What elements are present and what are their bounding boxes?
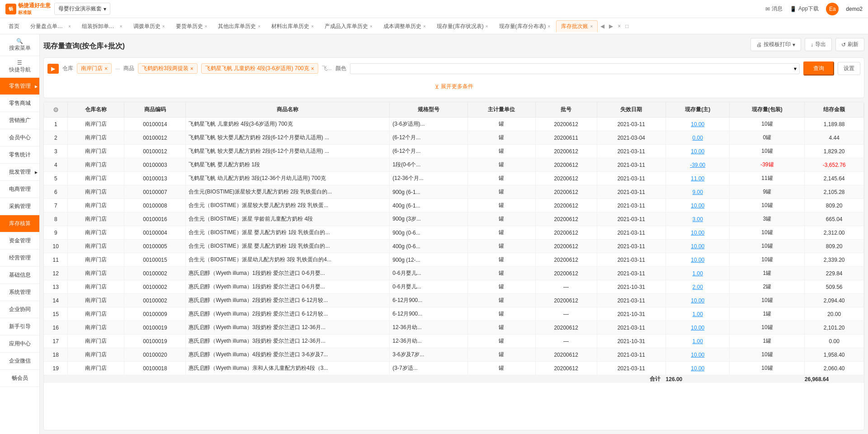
row-qty-main[interactable]: 10.00 (666, 294, 730, 307)
expand-more-btn[interactable]: ⊻ 展开更多条件 (431, 81, 477, 92)
sidebar-item-operations[interactable]: 经营管理 (0, 250, 39, 267)
tab-close-2[interactable]: × (120, 24, 123, 29)
setting-btn[interactable]: 设置 (838, 62, 860, 75)
row-code: 00100008 (124, 199, 186, 212)
sidebar-item-inventory[interactable]: 库存核算 (0, 215, 39, 232)
sidebar-item-system[interactable]: 系统管理 (0, 284, 39, 301)
sidebar-item-basic[interactable]: 基础信息 (0, 267, 39, 284)
tab-6[interactable]: 材料出库单历史 × (266, 20, 319, 32)
refresh-btn[interactable]: ↺ 刷新 (835, 38, 864, 51)
tabbar: 首页 分量盘点单历史 × 组装拆卸单历史 × 调拨单历史 × 要货单历史 × 其… (0, 18, 868, 34)
row-qty-pkg: -39罐 (730, 158, 805, 172)
sidebar-nav[interactable]: ☰ 快捷导航 (0, 56, 39, 78)
sidebar-item-finance[interactable]: 资金管理 (0, 232, 39, 250)
tab-close-11[interactable]: × (590, 24, 593, 29)
tab-close-10[interactable]: × (548, 24, 551, 29)
product-filter-label: 商品 (123, 65, 134, 72)
row-qty-main[interactable]: 11.00 (666, 172, 730, 185)
row-qty-main[interactable]: 10.00 (666, 362, 730, 375)
row-qty-main[interactable]: 1.00 (666, 335, 730, 348)
col-settings[interactable]: ⚙ (44, 102, 68, 118)
print-btn[interactable]: 🖨 按模板打印 ▾ (750, 38, 801, 51)
sidebar-item-guide[interactable]: 新手引导 (0, 318, 39, 335)
product-filter-close-1[interactable]: × (311, 66, 314, 72)
tab-close-6[interactable]: × (311, 24, 314, 29)
row-qty-main[interactable]: 1.00 (666, 267, 730, 280)
warehouse-filter-dots[interactable]: ··· (115, 66, 120, 72)
row-qty-main[interactable]: 10.00 (666, 118, 730, 131)
sidebar-item-wholesale[interactable]: 批发管理 ▶ (0, 164, 39, 181)
query-btn[interactable]: 查询 (803, 61, 834, 75)
message-btn[interactable]: ✉ 消息 (765, 5, 783, 13)
sidebar-search[interactable]: 🔍 搜索菜单 (0, 34, 39, 56)
tab-close-9[interactable]: × (486, 24, 488, 29)
row-qty-main[interactable]: 1.00 (666, 307, 730, 321)
tab-close-4[interactable]: × (205, 24, 208, 29)
sidebar-item-app-center[interactable]: 应用中心 (0, 335, 39, 353)
row-no: 18 (44, 348, 68, 362)
product-filter-more[interactable]: 飞... (322, 65, 332, 72)
row-qty-main[interactable]: 10.00 (666, 321, 730, 335)
tab-close-3[interactable]: × (162, 24, 165, 29)
app-download-btn[interactable]: 📱 App下载 (790, 5, 819, 13)
row-qty-main[interactable]: -39.00 (666, 158, 730, 172)
tab-maximize[interactable]: □ (623, 22, 630, 30)
sidebar-item-member-plus[interactable]: 畅会员 (0, 370, 39, 387)
tab-3[interactable]: 调拨单历史 × (128, 20, 170, 32)
tab-7[interactable]: 产成品入库单历史 × (320, 20, 377, 32)
row-qty-main[interactable]: 10.00 (666, 348, 730, 362)
sidebar-item-enterprise-wechat[interactable]: 企业微信 (0, 353, 39, 370)
refresh-label: 刷新 (848, 41, 859, 48)
product-filter-tag-1[interactable]: 飞鹤星飞帆 儿童奶粉 4段(3-6岁适用) 700克 × (201, 63, 318, 74)
tab-11[interactable]: 库存批次账 × (556, 20, 598, 32)
tab-close-5[interactable]: × (258, 24, 260, 29)
warehouse-filter-label: 仓库 (62, 65, 73, 72)
row-spec: 12-36月幼... (390, 335, 468, 348)
row-qty-main[interactable]: 10.00 (666, 240, 730, 253)
tab-10[interactable]: 现存量(库存分布表) × (494, 20, 556, 32)
sidebar-item-member[interactable]: 会员中心 (0, 129, 39, 146)
tab-4[interactable]: 要货单历史 × (171, 20, 212, 32)
sidebar-item-purchase[interactable]: 采购管理 (0, 198, 39, 215)
sidebar-item-retail-stats[interactable]: 零售统计 (0, 146, 39, 164)
sidebar-item-finance-label: 资金管理 (3, 237, 37, 245)
tab-close-1[interactable]: × (68, 24, 71, 29)
sidebar-item-marketing[interactable]: 营销推广 (0, 112, 39, 129)
tab-close-all[interactable]: × (616, 22, 623, 30)
row-qty-main[interactable]: 3.00 (666, 212, 730, 226)
row-qty-main[interactable]: 10.00 (666, 199, 730, 212)
sidebar-item-guide-label: 新手引导 (3, 323, 37, 330)
row-qty-main[interactable]: 9.00 (666, 185, 730, 199)
tab-close-7[interactable]: × (370, 24, 373, 29)
sidebar-item-enterprise[interactable]: 企业协同 (0, 301, 39, 318)
export-btn[interactable]: ↓ 导出 (805, 38, 832, 51)
filter-expand-btn[interactable]: ▶ (47, 64, 59, 74)
tab-9[interactable]: 现存量(库存状况表) × (432, 20, 493, 32)
row-code: 00100020 (124, 348, 186, 362)
product-filter-tag-0[interactable]: 飞鹤奶粉3段两提装 × (138, 63, 198, 74)
sidebar-item-retail[interactable]: 零售管理 ▶ (0, 78, 39, 95)
row-qty-main[interactable]: 10.00 (666, 145, 730, 158)
tab-nav-prev[interactable]: ◀ (599, 22, 606, 30)
row-qty-main[interactable]: 10.00 (666, 253, 730, 267)
avatar[interactable]: Ea (826, 3, 839, 15)
warehouse-filter-close[interactable]: × (104, 66, 108, 72)
row-qty-main[interactable]: 0.00 (666, 131, 730, 145)
tab-nav-next[interactable]: ▶ (607, 22, 615, 30)
row-qty-main[interactable]: 10.00 (666, 226, 730, 240)
tab-8[interactable]: 成本调整单历史 × (378, 20, 431, 32)
sidebar-item-ecommerce[interactable]: 电商管理 (0, 181, 39, 198)
row-qty-main[interactable]: 2.00 (666, 280, 730, 294)
org-selector[interactable]: 母婴行业演示账套 ▾ (54, 3, 110, 15)
tab-home[interactable]: 首页 (4, 20, 24, 32)
row-code: 00100015 (124, 253, 186, 267)
tab-2[interactable]: 组装拆卸单历史 × (77, 20, 127, 32)
color-filter-input[interactable]: ▾ (350, 63, 800, 74)
product-filter-close-0[interactable]: × (190, 66, 193, 72)
username: demo2 (846, 6, 863, 12)
tab-1[interactable]: 分量盘点单历史 × (25, 20, 76, 32)
tab-5[interactable]: 其他出库单历史 × (213, 20, 265, 32)
sidebar-item-retail-mall[interactable]: 零售商城 (0, 95, 39, 112)
warehouse-filter-tag[interactable]: 南岸门店 × (77, 63, 112, 74)
tab-close-8[interactable]: × (423, 24, 426, 29)
